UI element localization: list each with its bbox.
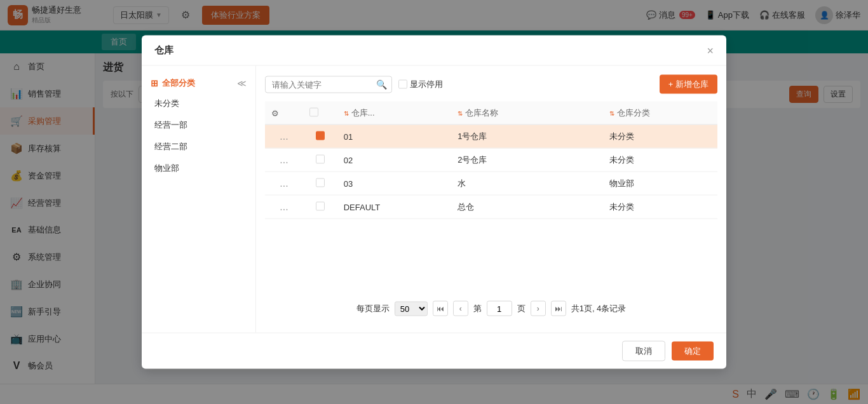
row-checkbox-2[interactable] (316, 178, 325, 187)
table-panel: 🔍 显示停用 + 新增仓库 ⚙ ⇅仓库.. (256, 66, 726, 333)
sort-icon-code: ⇅ (344, 110, 349, 117)
row-code-0: 01 (337, 125, 451, 148)
table-row[interactable]: ... 03 水 物业部 (265, 172, 717, 195)
next-page-button[interactable]: › (531, 301, 546, 316)
show-disabled-text: 显示停用 (410, 79, 443, 90)
add-warehouse-button[interactable]: + 新增仓库 (660, 75, 717, 94)
category-header: ⊞ 全部分类 ≪ (142, 74, 255, 93)
header-checkbox[interactable] (309, 107, 318, 116)
per-page-select[interactable]: 50 20 100 (395, 301, 428, 316)
sort-icon-cat: ⇅ (609, 110, 614, 117)
category-item-2[interactable]: 经营二部 (142, 136, 255, 158)
row-check-0[interactable] (303, 125, 337, 148)
row-category-1: 未分类 (603, 148, 717, 172)
prev-page-button[interactable]: ‹ (453, 301, 468, 316)
row-checkbox-1[interactable] (316, 154, 325, 163)
search-icon: 🔍 (376, 79, 387, 90)
page-label: 第 (473, 303, 482, 314)
modal-close-button[interactable]: × (707, 44, 714, 56)
sort-icon-name: ⇅ (458, 110, 463, 117)
total-info: 共1页, 4条记录 (571, 303, 627, 314)
row-check-3[interactable] (303, 195, 337, 219)
col-header-gear: ⚙ (265, 102, 303, 125)
warehouse-table: ⚙ ⇅仓库... ⇅仓库名称 ⇅仓库分类 (265, 102, 717, 219)
row-category-0: 未分类 (603, 125, 717, 148)
modal-title: 仓库 (154, 44, 173, 57)
category-collapse-button[interactable]: ≪ (237, 78, 247, 88)
category-all[interactable]: ⊞ 全部分类 (151, 77, 195, 89)
search-input[interactable] (265, 76, 392, 93)
modal-header: 仓库 × (142, 36, 726, 66)
row-name-3: 总仓 (451, 195, 603, 219)
category-item-1[interactable]: 经营一部 (142, 114, 255, 136)
category-panel: ⊞ 全部分类 ≪ 未分类 经营一部 经营二部 物业部 (142, 66, 256, 333)
row-checkbox-0[interactable] (316, 131, 325, 140)
last-page-button[interactable]: ⏭ (551, 301, 566, 316)
table-row[interactable]: ... DEFAULT 总仓 未分类 (265, 195, 717, 219)
row-check-2[interactable] (303, 172, 337, 195)
row-name-0: 1号仓库 (451, 125, 603, 148)
row-name-2: 水 (451, 172, 603, 195)
row-category-2: 物业部 (603, 172, 717, 195)
table-toolbar: 🔍 显示停用 + 新增仓库 (265, 75, 717, 94)
row-dots-button-2[interactable]: ... (280, 178, 288, 189)
category-item-0[interactable]: 未分类 (142, 93, 255, 114)
row-code-2: 03 (337, 172, 451, 195)
row-code-1: 02 (337, 148, 451, 172)
col-header-category: ⇅仓库分类 (603, 102, 717, 125)
col-header-name: ⇅仓库名称 (451, 102, 603, 125)
per-page-label: 每页显示 (356, 303, 390, 314)
page-input[interactable] (487, 301, 512, 316)
cancel-button[interactable]: 取消 (622, 341, 665, 361)
grid-icon: ⊞ (151, 78, 158, 88)
show-disabled-checkbox[interactable] (398, 80, 407, 89)
show-disabled-label[interactable]: 显示停用 (398, 79, 443, 90)
row-dots-button-3[interactable]: ... (280, 201, 288, 212)
first-page-button[interactable]: ⏮ (433, 301, 448, 316)
page-unit: 页 (517, 303, 526, 314)
category-item-3[interactable]: 物业部 (142, 158, 255, 179)
row-category-3: 未分类 (603, 195, 717, 219)
table-header-row: ⚙ ⇅仓库... ⇅仓库名称 ⇅仓库分类 (265, 102, 717, 125)
row-actions-1: ... (265, 148, 303, 172)
col-header-code: ⇅仓库... (337, 102, 451, 125)
row-checkbox-3[interactable] (316, 201, 325, 210)
row-dots-button-1[interactable]: ... (280, 154, 288, 165)
table-row[interactable]: ... 01 1号仓库 未分类 (265, 125, 717, 148)
row-dots-button-0[interactable]: ... (280, 131, 288, 142)
modal-body: ⊞ 全部分类 ≪ 未分类 经营一部 经营二部 物业部 🔍 显示停用 (142, 66, 726, 333)
table-row[interactable]: ... 02 2号仓库 未分类 (265, 148, 717, 172)
warehouse-modal: 仓库 × ⊞ 全部分类 ≪ 未分类 经营一部 经营二部 物业部 (142, 36, 726, 369)
row-actions-0: ... (265, 125, 303, 148)
row-actions-2: ... (265, 172, 303, 195)
category-all-label: 全部分类 (162, 77, 195, 89)
search-input-wrap: 🔍 (265, 76, 392, 93)
col-header-check (303, 102, 337, 125)
row-code-3: DEFAULT (337, 195, 451, 219)
confirm-button[interactable]: 确定 (672, 342, 714, 361)
row-actions-3: ... (265, 195, 303, 219)
row-check-1[interactable] (303, 148, 337, 172)
pagination: 每页显示 50 20 100 ⏮ ‹ 第 页 › ⏭ 共1页, 4条记录 (265, 293, 717, 324)
row-name-1: 2号仓库 (451, 148, 603, 172)
modal-footer: 取消 确定 (142, 333, 726, 369)
